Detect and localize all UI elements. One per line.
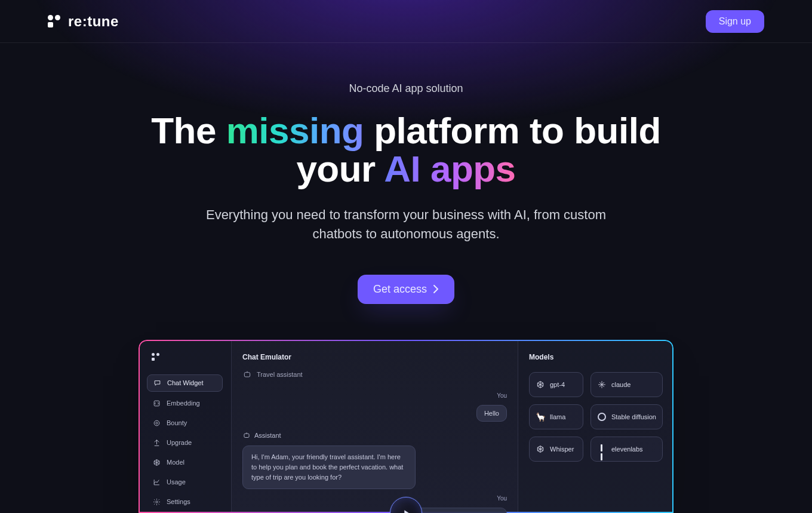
hero-title-gradient-1: missing: [226, 110, 364, 151]
agent-icon: [242, 370, 252, 379]
chat-icon: [153, 379, 161, 387]
agent-name-row: Travel assistant: [242, 370, 507, 379]
brand-logo-icon: [48, 15, 61, 28]
svg-point-2: [156, 422, 158, 424]
openai-icon: [536, 380, 545, 389]
models-grid: gpt-4 claude 🦙 llama: [529, 372, 663, 462]
chat-emulator-panel: Chat Emulator Travel assistant You Hello: [232, 340, 518, 513]
sidebar-item-label: Embedding: [167, 400, 200, 407]
cta-label: Get access: [373, 283, 427, 296]
sidebar-item-chat-widget[interactable]: Chat Widget: [147, 374, 223, 392]
chevron-right-icon: [433, 285, 439, 293]
play-icon: [401, 508, 411, 513]
models-title: Models: [529, 353, 663, 361]
mini-logo-icon: [152, 353, 160, 361]
dashboard-sidebar: Chat Widget Embedding Bounty Upgrad: [139, 340, 232, 513]
hero-section: No-code AI app solution The missing plat…: [0, 43, 812, 304]
assistant-role: Assistant: [254, 432, 281, 439]
settings-icon: [153, 498, 161, 506]
sidebar-item-embedding[interactable]: Embedding: [147, 395, 223, 411]
get-access-button[interactable]: Get access: [358, 275, 454, 304]
sidebar-item-label: Bounty: [167, 419, 187, 426]
you-label-2: You: [497, 495, 507, 502]
assistant-icon: [242, 431, 251, 440]
hero-title: The missing platform to build your AI ap…: [137, 112, 675, 189]
svg-point-3: [156, 501, 158, 503]
openai-icon: [536, 444, 545, 454]
model-label: claude: [611, 381, 630, 388]
hero-subhead: Everything you need to transform your bu…: [191, 205, 621, 244]
bounty-icon: [153, 419, 161, 427]
model-elevenlabs[interactable]: elevenlabs: [590, 437, 663, 462]
dashboard-preview-wrap: Chat Widget Embedding Bounty Upgrad: [0, 304, 812, 513]
embedding-icon: [153, 400, 161, 407]
ring-icon: [597, 412, 607, 422]
chat-title: Chat Emulator: [242, 353, 507, 361]
sidebar-nav: Chat Widget Embedding Bounty Upgrad: [147, 374, 223, 510]
models-panel: Models gpt-4 claude: [518, 340, 673, 513]
brand-name: re:tune: [68, 13, 119, 30]
agent-name: Travel assistant: [257, 371, 303, 378]
hero-eyebrow: No-code AI app solution: [48, 82, 764, 95]
upgrade-icon: [153, 439, 161, 447]
svg-rect-4: [244, 372, 250, 376]
assistant-header: Assistant: [242, 431, 507, 440]
model-label: Whisper: [550, 446, 574, 453]
site-header: re:tune Sign up: [0, 0, 812, 43]
dashboard-preview: Chat Widget Embedding Bounty Upgrad: [139, 340, 673, 513]
model-label: llama: [550, 413, 565, 420]
sidebar-item-label: Model: [167, 459, 184, 466]
bars-icon: [597, 444, 607, 454]
model-gpt-4[interactable]: gpt-4: [529, 372, 583, 397]
hero-title-gradient-2: AI apps: [384, 148, 515, 189]
sidebar-item-bounty[interactable]: Bounty: [147, 415, 223, 431]
usage-icon: [153, 478, 161, 486]
sidebar-item-upgrade[interactable]: Upgrade: [147, 435, 223, 451]
model-label: Stable diffusion: [611, 413, 656, 420]
model-whisper[interactable]: Whisper: [529, 437, 583, 462]
sidebar-item-model[interactable]: Model: [147, 454, 223, 471]
llama-icon: 🦙: [536, 412, 545, 422]
sidebar-item-label: Usage: [167, 478, 186, 486]
hero-title-part-1: The: [151, 110, 226, 151]
model-llama[interactable]: 🦙 llama: [529, 404, 583, 429]
sign-up-button[interactable]: Sign up: [706, 10, 764, 33]
model-claude[interactable]: claude: [590, 372, 663, 397]
messages: You Hello Assistant Hi, I'm Adam, your f…: [242, 392, 507, 513]
brand[interactable]: re:tune: [48, 13, 119, 30]
svg-rect-5: [244, 434, 249, 437]
sidebar-item-settings[interactable]: Settings: [147, 494, 223, 510]
svg-point-1: [154, 420, 159, 426]
sidebar-item-label: Chat Widget: [167, 379, 204, 386]
user-message-1: Hello: [476, 405, 507, 422]
model-stable-diffusion[interactable]: Stable diffusion: [590, 404, 663, 429]
user-message-2: some help narrowing down: [413, 508, 507, 513]
sparkle-icon: [597, 380, 607, 389]
model-label: elevenlabs: [611, 446, 643, 453]
sidebar-item-label: Settings: [167, 498, 190, 505]
assistant-message: Hi, I'm Adam, your friendly travel assis…: [242, 446, 416, 489]
model-icon: [153, 459, 161, 466]
model-label: gpt-4: [550, 381, 565, 388]
sidebar-item-usage[interactable]: Usage: [147, 474, 223, 490]
you-label: You: [497, 392, 507, 399]
sidebar-item-label: Upgrade: [167, 439, 192, 446]
